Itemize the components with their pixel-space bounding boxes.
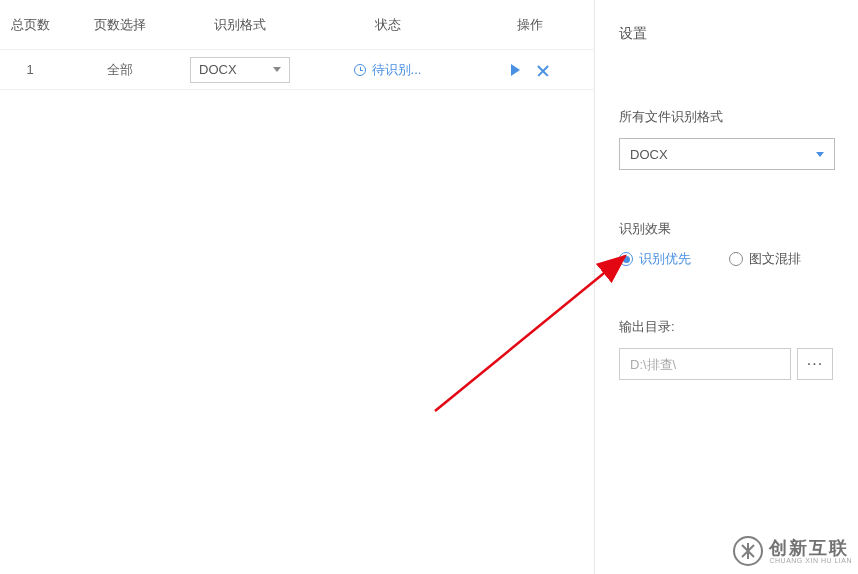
settings-title: 设置 bbox=[619, 25, 840, 43]
chevron-down-icon bbox=[273, 67, 281, 72]
status-text: 待识别... bbox=[372, 61, 422, 79]
clock-icon bbox=[354, 64, 366, 76]
status-cell: 待识别... bbox=[300, 61, 475, 79]
radio-label: 图文混排 bbox=[749, 250, 801, 268]
header-action: 操作 bbox=[475, 16, 585, 34]
format-select-value: DOCX bbox=[199, 62, 237, 77]
cell-pages: 1 bbox=[0, 62, 60, 77]
main-panel: 总页数 页数选择 识别格式 状态 操作 1 全部 DOCX 待识别... bbox=[0, 0, 595, 574]
cell-page-select[interactable]: 全部 bbox=[60, 61, 180, 79]
effect-radio-group: 识别优先 图文混排 bbox=[619, 250, 840, 268]
all-files-format-select[interactable]: DOCX bbox=[619, 138, 835, 170]
side-panel: 设置 所有文件识别格式 DOCX 识别效果 识别优先 图文混排 输出目录: ··… bbox=[595, 0, 858, 574]
header-status: 状态 bbox=[300, 16, 475, 34]
close-icon[interactable] bbox=[536, 63, 550, 77]
header-format: 识别格式 bbox=[180, 16, 300, 34]
browse-button[interactable]: ··· bbox=[797, 348, 833, 380]
watermark-logo-icon bbox=[733, 536, 763, 566]
radio-checked-icon bbox=[619, 252, 633, 266]
watermark: 创新互联 CHUANG XIN HU LIAN bbox=[733, 536, 852, 566]
header-page-select: 页数选择 bbox=[60, 16, 180, 34]
radio-recognition-priority[interactable]: 识别优先 bbox=[619, 250, 691, 268]
radio-image-text-mixed[interactable]: 图文混排 bbox=[729, 250, 801, 268]
all-files-format-value: DOCX bbox=[630, 147, 668, 162]
watermark-cn: 创新互联 bbox=[769, 539, 852, 557]
all-files-format-label: 所有文件识别格式 bbox=[619, 108, 840, 126]
output-dir-label: 输出目录: bbox=[619, 318, 840, 336]
radio-unchecked-icon bbox=[729, 252, 743, 266]
watermark-en: CHUANG XIN HU LIAN bbox=[769, 557, 852, 564]
chevron-down-icon bbox=[816, 152, 824, 157]
table-row: 1 全部 DOCX 待识别... bbox=[0, 50, 594, 90]
output-dir-input[interactable] bbox=[619, 348, 791, 380]
play-icon[interactable] bbox=[511, 64, 520, 76]
format-select[interactable]: DOCX bbox=[190, 57, 290, 83]
header-pages: 总页数 bbox=[0, 16, 60, 34]
effect-label: 识别效果 bbox=[619, 220, 840, 238]
radio-label: 识别优先 bbox=[639, 250, 691, 268]
table-header: 总页数 页数选择 识别格式 状态 操作 bbox=[0, 0, 594, 50]
